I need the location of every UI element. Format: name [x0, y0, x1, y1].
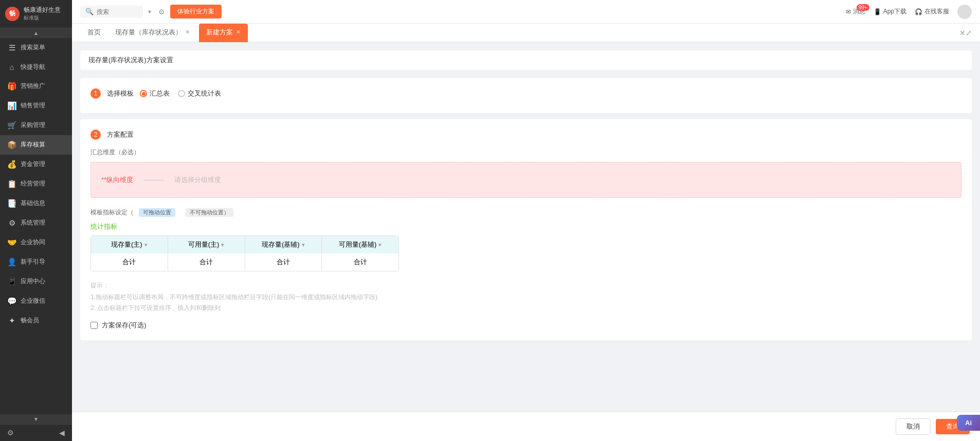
template-radio-group: 汇总表 交叉统计表	[140, 89, 221, 98]
logo-icon: 畅	[5, 7, 20, 21]
stats-col-body-0-val: 合计	[122, 258, 136, 267]
tab-new-plan-label: 新建方案	[206, 28, 233, 37]
sidebar-item-search-menu[interactable]: ☰ 搜索菜单	[0, 38, 72, 58]
stats-col-arrow-3[interactable]: ▾	[378, 242, 382, 248]
sidebar-item-system-label: 系统管理	[21, 218, 45, 227]
panel-close-button[interactable]: ✕	[959, 29, 966, 37]
vip-icon: ✦	[7, 316, 16, 325]
stats-col-arrow-0[interactable]: ▾	[144, 242, 148, 248]
sidebar-item-enterprise[interactable]: 🤝 企业协同	[0, 233, 72, 252]
sidebar-item-finance-label: 资金管理	[21, 160, 45, 169]
sidebar-item-finance[interactable]: 💰 资金管理	[0, 155, 72, 174]
tab-inventory-status-label: 现存量（库存状况表）	[115, 28, 182, 37]
sidebar-item-marketing-label: 营销推广	[21, 82, 45, 90]
cancel-button[interactable]: 取消	[896, 418, 931, 435]
stats-col-header-2-label: 现存量(基辅)	[262, 240, 300, 249]
radio-cross-label: 交叉统计表	[188, 89, 221, 98]
dimension-required-label: **纵向维度	[101, 175, 133, 185]
stats-table: 现存量(主) ▾ 可用量(主) ▾ 现存量(基辅) ▾	[90, 235, 399, 271]
tips-item-1: 2. 点击标题栏下拉可设置排序、插入列和删除列	[90, 304, 961, 313]
search-input[interactable]	[97, 8, 138, 15]
user-avatar[interactable]	[957, 5, 972, 19]
sidebar-item-inventory[interactable]: 📦 库存核算	[0, 135, 72, 155]
stats-col-header-3[interactable]: 可用量(基辅) ▾	[322, 236, 398, 253]
sidebar-item-wechat-label: 企业微信	[21, 297, 45, 305]
service-label: 在线客服	[924, 7, 949, 16]
search-box[interactable]: 🔍	[80, 6, 143, 17]
stats-col-body-3-val: 合计	[354, 258, 367, 267]
sidebar-item-base-info-label: 基础信息	[21, 199, 45, 208]
sidebar-item-purchase[interactable]: 🛒 采购管理	[0, 116, 72, 135]
bottom-bar: 取消 查询	[72, 412, 980, 441]
draggable-badge: 可拖动位置	[139, 208, 175, 217]
tab-new-plan[interactable]: 新建方案 ✕	[199, 24, 248, 42]
dimension-section-label: 汇总维度（必选）	[90, 148, 961, 157]
panel-expand-button[interactable]: ⤢	[966, 29, 972, 37]
sidebar-item-sales[interactable]: 📊 销售管理	[0, 96, 72, 116]
stats-col-body-1: 合计	[168, 253, 245, 271]
app-download-button[interactable]: 📱 App下载	[874, 7, 906, 16]
sidebar-item-purchase-label: 采购管理	[21, 121, 45, 130]
save-label: 方案保存(可选)	[102, 321, 147, 330]
stats-col-header-1[interactable]: 可用量(主) ▾	[168, 236, 245, 253]
dimension-placeholder: 请选择分组维度	[174, 175, 221, 185]
stats-col-header-0[interactable]: 现存量(主) ▾	[91, 236, 168, 253]
stats-label: 统计指标	[90, 222, 961, 231]
collapse-icon[interactable]: ◀	[59, 429, 65, 437]
radio-summary-label: 汇总表	[150, 89, 170, 98]
base-info-icon: 📑	[7, 199, 16, 208]
sidebar-item-new-user-label: 新手引导	[21, 258, 45, 266]
stats-col-arrow-1[interactable]: ▾	[221, 242, 224, 248]
messages-badge: 99+	[857, 4, 869, 11]
app-center-icon: 📱	[7, 277, 16, 286]
stats-table-body: 合计 合计 合计 合计	[91, 253, 398, 271]
system-icon: ⚙	[7, 218, 16, 228]
search-dropdown-icon[interactable]: ▾	[148, 8, 151, 15]
sidebar-item-app-center-label: 应用中心	[21, 277, 45, 286]
tab-new-plan-close[interactable]: ✕	[236, 29, 241, 35]
tips-title: 提示：	[90, 281, 961, 290]
stats-col-header-0-label: 现存量(主)	[111, 240, 142, 249]
ai-badge[interactable]: Ai	[957, 415, 980, 431]
dimension-separator	[143, 180, 164, 180]
radio-summary-dot	[142, 92, 146, 96]
sidebar-scroll-down[interactable]: ▼	[0, 414, 72, 424]
step1-panel: 1 选择模板 汇总表 交叉统计表	[80, 78, 972, 113]
sidebar-item-wechat[interactable]: 💬 企业微信	[0, 291, 72, 311]
app-download-label: App下载	[883, 7, 906, 16]
tab-home[interactable]: 首页	[80, 24, 108, 42]
tabs-bar: 首页 现存量（库存状况表） ✕ 新建方案 ✕ ✕ ⤢	[72, 24, 980, 42]
tab-inventory-status-close[interactable]: ✕	[185, 29, 190, 35]
save-checkbox[interactable]	[90, 322, 98, 329]
messages-button[interactable]: ✉ 消息 99+	[846, 7, 865, 16]
radio-summary[interactable]: 汇总表	[140, 89, 170, 98]
sidebar-item-marketing[interactable]: 🎁 营销推广	[0, 77, 72, 96]
radio-summary-circle	[140, 90, 147, 97]
stats-col-arrow-2[interactable]: ▾	[302, 242, 305, 248]
settings-icon[interactable]: ⚙	[7, 429, 14, 437]
sidebar-item-sales-label: 销售管理	[21, 101, 45, 110]
sidebar-item-app-center[interactable]: 📱 应用中心	[0, 272, 72, 291]
sidebar-item-base-info[interactable]: 📑 基础信息	[0, 194, 72, 213]
service-button[interactable]: 🎧 在线客服	[915, 7, 949, 16]
dimension-box[interactable]: **纵向维度 请选择分组维度	[90, 162, 961, 198]
trial-button[interactable]: 体验行业方案	[170, 5, 222, 19]
finance-icon: 💰	[7, 160, 16, 169]
headset-icon: 🎧	[915, 8, 922, 15]
sidebar-item-quick-nav[interactable]: ⌂ 快捷导航	[0, 58, 72, 77]
topbar: 🔍 ▾ ⚙ 体验行业方案 ✉ 消息 99+ 📱 App下载 🎧 在线客服	[72, 0, 980, 24]
sidebar-item-system[interactable]: ⚙ 系统管理	[0, 213, 72, 233]
stats-col-header-2[interactable]: 现存量(基辅) ▾	[245, 236, 322, 253]
purchase-icon: 🛒	[7, 121, 16, 130]
sidebar-item-new-user[interactable]: 👤 新手引导	[0, 252, 72, 272]
enterprise-icon: 🤝	[7, 238, 16, 247]
sales-icon: 📊	[7, 101, 16, 111]
sidebar-item-vip[interactable]: ✦ 畅会员	[0, 311, 72, 330]
gear-icon[interactable]: ⚙	[158, 8, 165, 16]
business-icon: 📋	[7, 179, 16, 189]
radio-cross[interactable]: 交叉统计表	[178, 89, 221, 98]
sidebar-scroll-up[interactable]: ▲	[0, 28, 72, 38]
step2-panel: 2 方案配置 汇总维度（必选） **纵向维度 请选择分组维度 模板指标设定（	[80, 119, 972, 340]
sidebar-item-business[interactable]: 📋 经营管理	[0, 174, 72, 194]
tab-inventory-status[interactable]: 现存量（库存状况表） ✕	[108, 24, 197, 42]
